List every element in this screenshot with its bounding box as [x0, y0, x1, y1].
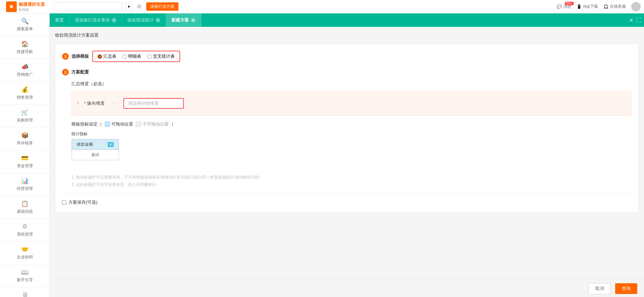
- metrics-cell-total: 合计: [72, 150, 119, 160]
- search-dropdown-btn[interactable]: ▾: [125, 2, 132, 11]
- save-option-row: 方案保存(可选): [62, 199, 632, 205]
- tab-bar: 首页 现金银行流水查询 × 收款情况统计 × 新建方案 × ✕ ⛶: [50, 13, 644, 27]
- cancel-button[interactable]: 取消: [588, 283, 611, 294]
- message-icon: 💬: [557, 4, 562, 9]
- user-avatar[interactable]: [631, 2, 641, 11]
- metrics-header-row: 收款金额 ▾: [72, 139, 119, 150]
- trial-btn[interactable]: 体验行业方案: [146, 2, 178, 11]
- fixed-indicator: 不可拖动位置: [136, 121, 169, 127]
- sidebar-item-hardware[interactable]: 🖥 智能硬件: [0, 287, 49, 297]
- service-btn[interactable]: 🎧 在线客服: [603, 4, 626, 9]
- sidebar-item-nav[interactable]: 🏠 快捷导航: [0, 36, 49, 59]
- collaboration-icon: 🤝: [21, 246, 29, 253]
- metrics-label-row: 模板指标设定（ 可拖动位置 不可拖动位置 ）: [71, 121, 632, 127]
- step1-label: 选择模板: [71, 53, 89, 59]
- required-star: *: [77, 101, 79, 106]
- sidebar-item-collaboration[interactable]: 🤝 企业协同: [0, 242, 49, 264]
- tips-section: 1. 拖动标题栏可以调整布局，不可跨维度或指标区域拖动栏目字段(只能在同一维度或…: [71, 174, 632, 188]
- download-icon: 📱: [577, 4, 582, 9]
- sidebar-label-management: 经营管理: [17, 186, 33, 192]
- tab-collection-stats-close[interactable]: ×: [156, 18, 160, 22]
- sidebar-label-system: 系统管理: [17, 232, 33, 237]
- radio-detail-label: 明细表: [128, 53, 141, 59]
- draggable-label: 可拖动位置: [111, 121, 133, 127]
- fixed-label: 不可拖动位置: [143, 121, 169, 127]
- sidebar-label-search: 搜索菜单: [17, 26, 33, 32]
- system-icon: ⚙: [22, 223, 28, 230]
- radio-cross-input[interactable]: [147, 54, 152, 59]
- download-btn[interactable]: 📱 App下载: [577, 4, 598, 9]
- tab-new-plan-close[interactable]: ×: [191, 18, 196, 22]
- tab-bar-right: ✕ ⛶: [629, 17, 644, 23]
- sidebar-label-collaboration: 企业协同: [17, 254, 33, 260]
- sidebar: 🔍 搜索菜单 🏠 快捷导航 📣 营销推广 💰 销售管理 🛒 采购管理 📦 库存核…: [0, 13, 50, 297]
- sidebar-item-basic-info[interactable]: 📋 基础信息: [0, 196, 49, 219]
- radio-cross-label: 交叉统计表: [153, 53, 175, 59]
- sidebar-item-search[interactable]: 🔍 搜索菜单: [0, 13, 49, 36]
- step1-indicator: 1 选择模板: [62, 53, 89, 60]
- step2-number: 2: [62, 69, 69, 76]
- dimension-select[interactable]: 请选择分组维度: [123, 98, 184, 109]
- total-label: 合计: [91, 152, 99, 157]
- metrics-table-area: 统计指标 收款金额 ▾: [71, 131, 632, 160]
- settings-icon[interactable]: ⚙: [135, 2, 144, 11]
- save-checkbox[interactable]: [62, 200, 66, 205]
- metrics-table: 收款金额 ▾ 合计: [71, 139, 119, 160]
- tab-new-plan-label: 新建方案: [171, 17, 189, 23]
- dimension-area: * * 纵向维度 → 请选择分组维度: [71, 91, 632, 116]
- metrics-data-row: 合计: [72, 150, 119, 160]
- sidebar-item-marketing[interactable]: 📣 营销推广: [0, 59, 49, 82]
- tab-collection-stats[interactable]: 收款情况统计 ×: [122, 13, 166, 27]
- radio-summary-input[interactable]: [98, 54, 102, 59]
- page-content: 收款情况统计方案设置 1 选择模板 汇总表: [50, 27, 644, 280]
- radio-detail-input[interactable]: [122, 54, 127, 59]
- sidebar-label-basic-info: 基础信息: [17, 209, 33, 214]
- tab-home[interactable]: 首页: [50, 13, 69, 27]
- search-menu-icon: 🔍: [21, 17, 29, 25]
- sidebar-item-management[interactable]: 📊 经营管理: [0, 173, 49, 196]
- step2-label: 方案配置: [71, 69, 89, 75]
- radio-summary[interactable]: 汇总表: [98, 53, 116, 59]
- page-footer: 取消 查询: [50, 280, 644, 297]
- radio-detail[interactable]: 明细表: [122, 53, 141, 59]
- tab-cash-flow[interactable]: 现金银行流水查询 ×: [69, 13, 122, 27]
- template-selection-box: 汇总表 明细表 交叉统计表: [92, 51, 180, 62]
- close-window-btn[interactable]: ✕: [629, 17, 633, 23]
- tip2: 2. 点击标题栏下拉可设置排序、插入列和删除列: [71, 181, 632, 189]
- management-icon: 📊: [21, 177, 29, 185]
- vertical-dimension-label: * 纵向维度: [84, 100, 105, 106]
- marketing-icon: 📣: [21, 63, 29, 70]
- search-input[interactable]: [56, 2, 123, 11]
- step2-indicator: 2 方案配置: [62, 69, 632, 76]
- tab-cash-flow-close[interactable]: ×: [112, 18, 116, 22]
- sidebar-item-guide[interactable]: 📖 新手引导: [0, 264, 49, 287]
- download-label: App下载: [583, 4, 598, 9]
- maximize-btn[interactable]: ⛶: [636, 17, 641, 23]
- radio-cross[interactable]: 交叉统计表: [147, 53, 175, 59]
- dimension-row: * * 纵向维度 → 请选择分组维度: [77, 98, 626, 109]
- query-button[interactable]: 查询: [615, 283, 637, 294]
- logo-text: 畅捷通好生意: [19, 1, 45, 7]
- service-label: 在线客服: [610, 4, 626, 9]
- top-search-area: ▾ ⚙ 体验行业方案: [56, 2, 554, 11]
- sidebar-item-purchase[interactable]: 🛒 采购管理: [0, 105, 49, 128]
- nav-icon: 🏠: [21, 40, 29, 48]
- metrics-name: 收款金额: [77, 142, 93, 147]
- basic-info-icon: 📋: [21, 200, 29, 207]
- logo-badge: 标准版: [19, 7, 45, 12]
- sales-icon: 💰: [21, 86, 29, 93]
- breadcrumb: 收款情况统计方案设置: [55, 32, 639, 38]
- logo-icon: 畅: [6, 1, 17, 12]
- draggable-dot: [105, 121, 110, 127]
- finance-icon: 💳: [21, 154, 29, 162]
- sidebar-label-nav: 快捷导航: [17, 49, 33, 55]
- sidebar-item-sales[interactable]: 💰 销售管理: [0, 82, 49, 105]
- logo-area: 畅 畅捷通好生意 标准版: [3, 0, 53, 13]
- top-right-area: 💬 消息 99+ 📱 App下载 🎧 在线客服: [557, 2, 641, 11]
- sidebar-item-system[interactable]: ⚙ 系统管理: [0, 219, 49, 242]
- sidebar-item-inventory[interactable]: 📦 库存核算: [0, 128, 49, 150]
- metrics-dropdown-btn[interactable]: ▾: [108, 142, 114, 147]
- tab-new-plan[interactable]: 新建方案 ×: [166, 13, 201, 27]
- sidebar-item-finance[interactable]: 💳 资金管理: [0, 150, 49, 173]
- messages-btn[interactable]: 💬 消息 99+: [557, 4, 571, 9]
